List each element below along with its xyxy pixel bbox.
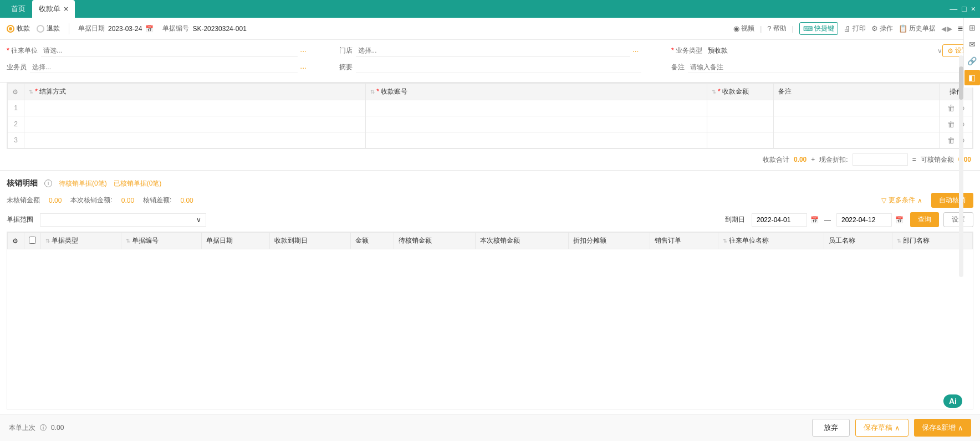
more-conditions-arrow: ∧: [917, 197, 922, 204]
recon-setting-btn[interactable]: 设置: [943, 212, 973, 227]
th-account: ⇅ * 收款账号: [365, 84, 707, 100]
tab-close-icon[interactable]: ×: [64, 5, 68, 13]
counterparty-input[interactable]: [41, 45, 298, 57]
select-all-checkbox[interactable]: [29, 237, 36, 244]
shortcut-label: 快捷键: [814, 24, 834, 33]
right-panel-attach-btn[interactable]: 🔗: [964, 53, 980, 69]
video-btn[interactable]: ◉ 视频: [733, 24, 754, 33]
date-from-icon[interactable]: 📅: [810, 216, 819, 224]
help-label: 帮助: [773, 24, 787, 33]
date-to-input[interactable]: [836, 213, 892, 227]
store-input[interactable]: [356, 45, 630, 57]
current-recon-value: 0.00: [121, 197, 134, 204]
discount-input[interactable]: [853, 153, 908, 166]
radio-refund-dot: [37, 25, 44, 33]
doc-no-field: 单据编号 SK-20230324-001: [162, 24, 246, 33]
ai-badge[interactable]: Ai: [943, 394, 962, 408]
row-3-delete-icon[interactable]: 🗑: [947, 136, 955, 145]
more-conditions-btn[interactable]: ▽ 更多条件 ∧: [881, 196, 922, 205]
biz-type-dropdown[interactable]: ∨: [937, 47, 942, 55]
tab-collection[interactable]: 收款单 ×: [32, 0, 75, 18]
biz-type-field: 业务类型 预收款 ∨ ⚙ 设置: [671, 44, 973, 57]
bth-doc-type: ⇅ 单据类型: [41, 233, 121, 249]
print-btn[interactable]: 🖨 打印: [844, 24, 866, 33]
row-2-amount[interactable]: [707, 116, 773, 132]
footer-value: 0.00: [51, 424, 64, 432]
row-2-settlement[interactable]: [24, 116, 366, 132]
row-3-amount[interactable]: [707, 132, 773, 148]
radio-collection[interactable]: 收款: [7, 24, 30, 33]
date-from-input[interactable]: [752, 213, 807, 227]
shortcut-icon: ⌨: [803, 25, 813, 33]
row-2-note[interactable]: [773, 116, 939, 132]
th-settlement: ⇅ * 结算方式: [24, 84, 366, 100]
scrollbar-thumb[interactable]: [959, 66, 963, 100]
th-settings[interactable]: ⚙: [8, 84, 24, 100]
window-max-btn[interactable]: □: [962, 4, 966, 13]
window-close-btn[interactable]: ×: [971, 4, 976, 13]
row-1-settlement[interactable]: [24, 100, 366, 116]
filter-icon: ▽: [881, 197, 886, 204]
store-field: 门店 ···: [339, 45, 641, 57]
biz-type-value: 预收款: [706, 44, 935, 57]
row-3-settlement[interactable]: [24, 132, 366, 148]
save-draft-btn[interactable]: 保存草稿 ∧: [855, 419, 908, 437]
right-panel-ai-btn[interactable]: ◧: [964, 70, 980, 85]
history-btn[interactable]: 📋 历史单据: [899, 24, 936, 33]
query-btn[interactable]: 查询: [910, 212, 939, 227]
row-1-note[interactable]: [773, 100, 939, 116]
save-new-dropdown-icon[interactable]: ∧: [958, 424, 963, 432]
radio-refund[interactable]: 退款: [37, 24, 60, 33]
total-label: 收款合计: [763, 155, 789, 165]
date-to-icon[interactable]: 📅: [895, 216, 904, 224]
row-3-note[interactable]: [773, 132, 939, 148]
pending-tab[interactable]: 待核销单据(0笔): [59, 179, 107, 188]
row-3-account[interactable]: [365, 132, 707, 148]
scrollbar[interactable]: [959, 55, 963, 277]
note-input[interactable]: [688, 61, 973, 73]
right-panel-email-btn[interactable]: ✉: [964, 37, 980, 52]
row-1-delete-icon[interactable]: 🗑: [947, 104, 955, 112]
biz-type-label: 业务类型: [671, 46, 706, 55]
row-1-account[interactable]: [365, 100, 707, 116]
abandon-btn[interactable]: 放弃: [812, 419, 850, 437]
salesperson-label: 业务员: [7, 63, 30, 72]
due-date-field: 到期日 📅 — 📅: [725, 213, 904, 227]
summary-input[interactable]: [356, 61, 641, 73]
list-view-icon: ≡: [958, 24, 963, 34]
divider-1: [69, 23, 69, 34]
shortcut-btn[interactable]: ⌨ 快捷键: [799, 22, 838, 35]
save-new-btn[interactable]: 保存&新增 ∧: [914, 419, 971, 437]
toolbar-right: ◉ 视频 | ? 帮助 | ⌨ 快捷键 🖨 打印 ⚙ 操作 📋: [733, 22, 973, 35]
help-btn[interactable]: ? 帮助: [767, 24, 786, 33]
nav-prev-icon[interactable]: ◀: [941, 25, 946, 33]
row-1-amount[interactable]: [707, 100, 773, 116]
recon-header: 核销明细 i 待核销单据(0笔) 已核销单据(0笔): [7, 178, 973, 188]
tab-home-label: 首页: [11, 4, 25, 14]
table-settings-icon[interactable]: ⚙: [12, 88, 18, 96]
store-ellipsis[interactable]: ···: [630, 47, 641, 55]
salesperson-input[interactable]: [30, 61, 298, 73]
bth-pending: 待核销金额: [394, 233, 475, 249]
right-panel-table-btn[interactable]: ⊞: [964, 20, 980, 35]
footer-info-icon[interactable]: ⓘ: [40, 423, 47, 433]
row-2-action: 🗑 ⊕: [940, 116, 973, 132]
range-select[interactable]: ∨: [40, 213, 206, 227]
auto-recon-btn[interactable]: 自动核销: [931, 193, 973, 208]
range-label: 单据范围: [7, 215, 33, 224]
counterparty-ellipsis[interactable]: ···: [298, 47, 309, 55]
done-tab[interactable]: 已核销单据(0笔): [114, 179, 162, 188]
row-2-delete-icon[interactable]: 🗑: [947, 120, 955, 129]
save-draft-dropdown-icon[interactable]: ∧: [895, 424, 900, 432]
recon-info-icon[interactable]: i: [44, 180, 52, 187]
salesperson-ellipsis[interactable]: ···: [298, 63, 309, 72]
row-2-account[interactable]: [365, 116, 707, 132]
tab-collection-label: 收款单: [39, 4, 60, 14]
tab-home[interactable]: 首页: [4, 0, 32, 18]
bth-settings[interactable]: ⚙: [8, 233, 24, 249]
nav-next-icon[interactable]: ▶: [947, 25, 952, 33]
window-min-btn[interactable]: —: [950, 4, 957, 13]
calendar-icon[interactable]: 📅: [145, 25, 154, 33]
operation-btn[interactable]: ⚙ 操作: [871, 24, 893, 33]
bth-checkbox[interactable]: [24, 233, 41, 249]
